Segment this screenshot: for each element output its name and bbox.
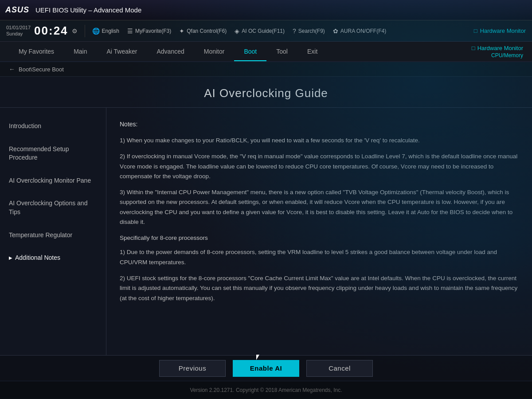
qfan-control-btn[interactable]: ✦ Qfan Control(F6) [179,27,227,35]
note-paragraph-1: 1) When you make changes to your Ratio/B… [120,136,519,145]
sidebar-temperature[interactable]: Temperature Regulator [9,230,97,241]
footer: Version 2.20.1271. Copyright © 2018 Amer… [0,381,532,399]
info-items: 🌐 English ☰ MyFavorite(F3) ✦ Qfan Contro… [92,27,467,35]
breadcrumb-back-arrow[interactable]: ← [9,66,15,73]
app-title: UEFI BIOS Utility – Advanced Mode [35,6,141,14]
favorite-icon: ☰ [127,27,133,35]
note-paragraph-2: 2) If overclocking in manual Vcore mode,… [120,152,519,181]
nav-right-panel: □ Hardware Monitor CPU/Memory [472,45,523,59]
nav-my-favorites[interactable]: My Favorites [9,43,64,60]
ai-oc-icon: ◈ [235,27,239,35]
divider-1 [85,25,85,37]
search-icon: ? [293,27,296,35]
globe-icon: 🌐 [92,27,100,35]
enable-ai-button[interactable]: Enable AI [233,360,299,377]
guide-content-area[interactable]: Notes: 1) When you make changes to your … [106,108,532,355]
time-display: 00:24 [34,24,68,38]
monitor-icon: □ [474,27,477,34]
header-bar: ASUS UEFI BIOS Utility – Advanced Mode [0,0,532,20]
nav-bar: My Favorites Main Ai Tweaker Advanced Mo… [0,42,532,62]
ai-oc-guide-btn[interactable]: ◈ AI OC Guide(F11) [235,27,285,35]
nav-boot[interactable]: Boot [234,43,266,61]
nav-tool[interactable]: Tool [266,43,297,60]
nav-items: My Favorites Main Ai Tweaker Advanced Mo… [9,43,472,60]
hardware-monitor-label: Hardware Monitor [480,27,526,34]
note-paragraph-8core-1: 1) Due to the power demands of 8-core pr… [120,247,519,267]
cpu-memory-label[interactable]: CPU/Memory [491,52,523,59]
nav-advanced[interactable]: Advanced [147,43,194,60]
sidebar-additional-notes[interactable]: Additional Notes [9,253,97,263]
cancel-button[interactable]: Cancel [306,360,373,377]
bottom-bar: Previous Enable AI Cancel [0,355,532,381]
language-selector[interactable]: 🌐 English [92,27,119,35]
hw-monitor-nav-text: Hardware Monitor [477,45,523,51]
guide-body: Introduction Recommended Setup Procedure… [0,108,532,355]
nav-monitor[interactable]: Monitor [194,43,235,60]
guide-sidebar: Introduction Recommended Setup Procedure… [0,108,106,355]
asus-logo: ASUS [5,5,29,15]
nav-exit[interactable]: Exit [297,43,327,60]
footer-text: Version 2.20.1271. Copyright © 2018 Amer… [190,387,342,393]
main-content: AI Overclocking Guide Introduction Recom… [0,77,532,355]
ai-oc-label: AI OC Guide(F11) [242,28,285,34]
aura-btn[interactable]: ✿ AURA ON/OFF(F4) [333,27,386,35]
notes-title: Notes: [120,119,519,129]
search-btn[interactable]: ? Search(F9) [293,27,325,35]
breadcrumb-bar: ← Boot\Secure Boot [0,62,532,77]
sidebar-ai-oc-options[interactable]: AI Overclocking Options and Tips [9,198,97,217]
note-subheading-8core: Specifically for 8-core processors [120,233,519,243]
nav-main[interactable]: Main [64,43,97,60]
language-label: English [102,28,119,34]
date-display: 01/01/2017 [6,25,31,31]
search-label: Search(F9) [298,28,325,34]
qfan-label: Qfan Control(F6) [187,28,227,34]
aura-icon: ✿ [333,27,338,35]
info-bar: 01/01/2017 Sunday 00:24 ⚙ 🌐 English ☰ My… [0,20,532,42]
my-favorite-btn[interactable]: ☰ MyFavorite(F3) [127,27,171,35]
gear-icon[interactable]: ⚙ [72,27,78,35]
monitor-nav-icon: □ [472,45,475,51]
aura-label: AURA ON/OFF(F4) [340,28,386,34]
my-favorite-label: MyFavorite(F3) [135,28,171,34]
hardware-monitor-button[interactable]: □ Hardware Monitor [474,27,526,34]
qfan-icon: ✦ [179,27,184,35]
day-display: Sunday [6,31,31,37]
note-paragraph-3: 3) Within the "Internal CPU Power Manage… [120,188,519,227]
sidebar-recommended-setup[interactable]: Recommended Setup Procedure [9,144,97,163]
nav-ai-tweaker[interactable]: Ai Tweaker [97,43,147,60]
breadcrumb-path: Boot\Secure Boot [19,66,64,73]
hw-monitor-nav-label[interactable]: □ Hardware Monitor [472,45,523,51]
datetime-block: 01/01/2017 Sunday 00:24 ⚙ [6,24,78,38]
sidebar-ai-oc-monitor[interactable]: AI Overclocking Monitor Pane [9,176,97,186]
previous-button[interactable]: Previous [159,360,226,377]
note-paragraph-8core-2: 2) UEFI stock settings for the 8-core pr… [120,274,519,303]
sidebar-introduction[interactable]: Introduction [9,121,97,132]
guide-title-bar: AI Overclocking Guide [0,77,532,108]
guide-title: AI Overclocking Guide [0,86,532,100]
